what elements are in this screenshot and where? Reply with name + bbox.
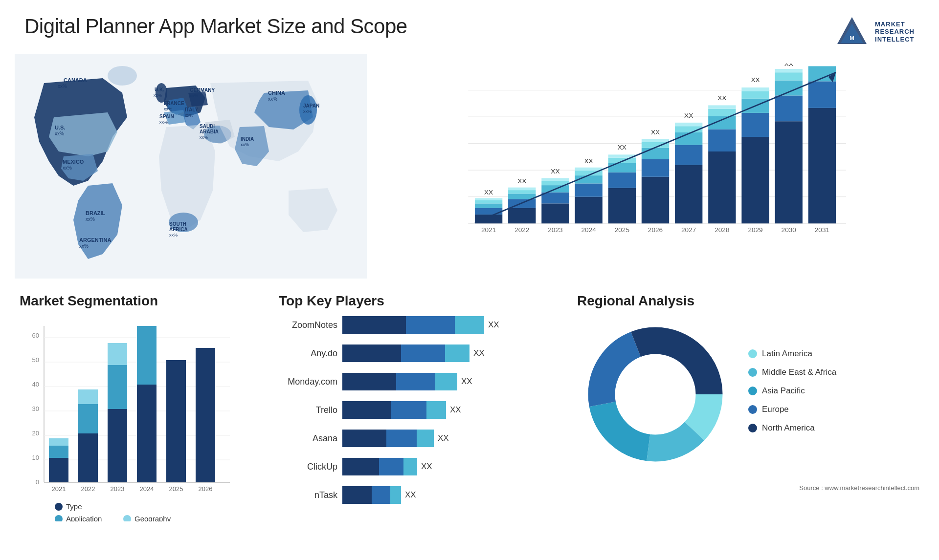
legend-item-europe: Europe bbox=[748, 405, 836, 414]
svg-text:XX: XX bbox=[517, 177, 526, 185]
svg-rect-142 bbox=[78, 433, 98, 482]
svg-rect-65 bbox=[541, 178, 569, 181]
svg-point-4 bbox=[108, 66, 137, 86]
bar-seg2 bbox=[386, 430, 417, 447]
svg-text:XX: XX bbox=[784, 64, 793, 67]
svg-text:XX: XX bbox=[717, 94, 726, 102]
legend-label-apac: Asia Pacific bbox=[762, 386, 805, 396]
svg-text:2021: 2021 bbox=[52, 485, 66, 493]
svg-text:XX: XX bbox=[651, 129, 660, 136]
player-bar bbox=[342, 401, 446, 419]
bar-seg1 bbox=[342, 345, 401, 362]
player-name: Any.do bbox=[279, 348, 337, 359]
svg-text:2026: 2026 bbox=[648, 226, 663, 234]
svg-text:INDIA: INDIA bbox=[241, 136, 254, 142]
legend-label-namerica: North America bbox=[762, 423, 815, 433]
page-title: Digital Planner App Market Size and Scop… bbox=[24, 15, 407, 38]
svg-rect-107 bbox=[741, 87, 769, 91]
svg-text:xx%: xx% bbox=[268, 96, 277, 102]
svg-rect-61 bbox=[541, 203, 569, 223]
bar-seg2 bbox=[391, 401, 426, 419]
svg-rect-58 bbox=[508, 188, 536, 190]
legend-label-europe: Europe bbox=[762, 405, 789, 414]
regional-legend: Latin America Middle East & Africa Asia … bbox=[748, 349, 836, 442]
player-bar bbox=[342, 458, 417, 475]
player-row: ClickUp XX bbox=[279, 458, 562, 475]
logo-text: MARKET RESEARCH INTELLECT bbox=[875, 21, 915, 43]
svg-rect-76 bbox=[608, 172, 636, 188]
svg-rect-96 bbox=[708, 151, 736, 223]
player-bar bbox=[342, 316, 484, 334]
svg-rect-143 bbox=[78, 404, 98, 433]
svg-rect-68 bbox=[575, 197, 602, 224]
donut-area: Latin America Middle East & Africa Asia … bbox=[577, 316, 919, 474]
svg-point-157 bbox=[55, 503, 63, 511]
player-xx: XX bbox=[461, 377, 472, 387]
svg-text:xx%: xx% bbox=[303, 109, 312, 114]
svg-rect-106 bbox=[741, 91, 769, 98]
svg-rect-48 bbox=[475, 208, 502, 215]
svg-point-159 bbox=[55, 515, 63, 521]
svg-text:Type: Type bbox=[66, 502, 82, 511]
bar-seg1 bbox=[342, 316, 406, 334]
svg-text:M: M bbox=[850, 35, 854, 41]
player-xx: XX bbox=[421, 462, 432, 472]
bar-seg3 bbox=[417, 430, 434, 447]
segmentation-title: Market Segmentation bbox=[20, 293, 264, 309]
svg-text:2024: 2024 bbox=[140, 485, 154, 493]
svg-text:2023: 2023 bbox=[548, 226, 562, 234]
svg-text:xx%: xx% bbox=[154, 93, 162, 98]
svg-rect-72 bbox=[575, 168, 602, 171]
player-bar-container: XX bbox=[342, 316, 562, 334]
legend-dot-apac bbox=[748, 387, 757, 395]
legend-dot-namerica bbox=[748, 424, 757, 432]
svg-rect-56 bbox=[508, 194, 536, 199]
svg-text:JAPAN: JAPAN bbox=[303, 103, 319, 108]
svg-rect-89 bbox=[675, 165, 702, 223]
svg-rect-104 bbox=[741, 113, 769, 137]
svg-rect-117 bbox=[808, 108, 836, 223]
svg-rect-110 bbox=[775, 121, 803, 223]
svg-rect-82 bbox=[642, 177, 669, 223]
svg-text:60: 60 bbox=[32, 332, 39, 339]
player-xx: XX bbox=[488, 320, 499, 330]
svg-text:U.K.: U.K. bbox=[155, 87, 164, 92]
svg-text:GERMANY: GERMANY bbox=[190, 87, 215, 93]
svg-rect-138 bbox=[49, 458, 68, 482]
svg-text:XX: XX bbox=[551, 168, 559, 175]
svg-text:2030: 2030 bbox=[782, 226, 797, 234]
legend-item-apac: Asia Pacific bbox=[748, 386, 836, 396]
bar-seg1 bbox=[342, 430, 386, 447]
svg-text:MEXICO: MEXICO bbox=[63, 159, 84, 165]
donut-svg bbox=[577, 316, 734, 473]
bar-chart-svg: XX 2021 XX 2022 XX 2023 XX 20 bbox=[396, 64, 905, 259]
world-map: CANADA xx% U.S. xx% MEXICO xx% BRAZIL xx… bbox=[15, 54, 367, 288]
svg-rect-83 bbox=[642, 159, 669, 176]
player-row: Any.do XX bbox=[279, 345, 562, 362]
svg-text:20: 20 bbox=[32, 430, 39, 437]
player-bar-container: XX bbox=[342, 430, 562, 447]
svg-text:XX: XX bbox=[751, 76, 760, 84]
svg-rect-139 bbox=[49, 446, 68, 458]
svg-text:50: 50 bbox=[32, 356, 39, 364]
svg-text:U.S.: U.S. bbox=[55, 125, 65, 130]
player-bar-container: XX bbox=[342, 345, 562, 362]
svg-rect-62 bbox=[541, 193, 569, 204]
svg-rect-148 bbox=[108, 343, 127, 365]
svg-rect-150 bbox=[137, 385, 156, 482]
player-bar bbox=[342, 373, 457, 390]
player-name: ClickUp bbox=[279, 462, 337, 472]
bar-seg1 bbox=[342, 373, 396, 390]
legend-item-mea: Middle East & Africa bbox=[748, 367, 836, 377]
svg-text:xx%: xx% bbox=[79, 243, 89, 249]
logo-icon: M bbox=[835, 15, 869, 49]
players-list: ZoomNotes XX Any.do bbox=[279, 316, 562, 504]
svg-text:BRAZIL: BRAZIL bbox=[86, 210, 106, 216]
svg-rect-51 bbox=[475, 198, 502, 200]
svg-text:2028: 2028 bbox=[715, 226, 729, 234]
legend-dot-latin bbox=[748, 349, 757, 358]
player-xx: XX bbox=[438, 433, 449, 443]
svg-rect-78 bbox=[608, 158, 636, 163]
logo: M MARKET RESEARCH INTELLECT bbox=[835, 15, 915, 49]
svg-text:XX: XX bbox=[484, 189, 493, 196]
